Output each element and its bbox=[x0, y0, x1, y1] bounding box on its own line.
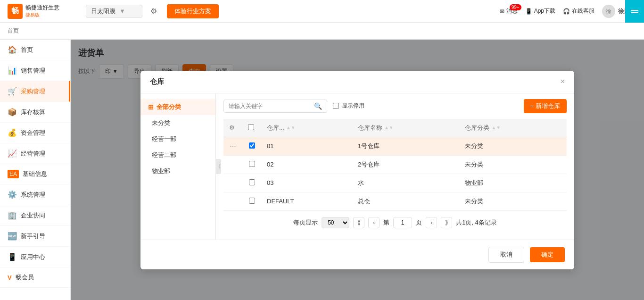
select-all-checkbox[interactable] bbox=[248, 124, 254, 130]
next-page-button[interactable]: › bbox=[426, 217, 437, 228]
sidebar-item-label: 应用中心 bbox=[21, 253, 45, 261]
sidebar-item-enterprise[interactable]: 🏢 企业协同 bbox=[0, 205, 70, 226]
category-all-label: 全部分类 bbox=[157, 103, 181, 111]
per-page-select[interactable]: 50 100 bbox=[322, 217, 349, 228]
sub-header: 首页 bbox=[0, 23, 644, 40]
sidebar-item-label: 新手引导 bbox=[21, 232, 45, 241]
purchase-icon: 🛒 bbox=[8, 87, 17, 96]
sidebar-item-inventory[interactable]: 📦 库存核算 bbox=[0, 102, 70, 123]
show-disabled-label[interactable]: 显示停用 bbox=[333, 102, 364, 110]
store-selector[interactable]: 日太阳膜 ▼ bbox=[86, 5, 142, 18]
app-download-item[interactable]: 📱 App下载 bbox=[525, 7, 555, 15]
row-checkbox[interactable] bbox=[249, 198, 255, 204]
member-icon: V bbox=[8, 274, 12, 281]
system-icon: ⚙️ bbox=[8, 190, 17, 199]
sidebar-item-purchase[interactable]: 🛒 采购管理 bbox=[0, 81, 70, 102]
row-category: 未分类 bbox=[459, 155, 567, 174]
category-item-ops2[interactable]: 经营二部 bbox=[140, 147, 215, 163]
operations-icon: 📈 bbox=[8, 149, 17, 158]
sidebar-item-apps[interactable]: 📱 应用中心 bbox=[0, 247, 70, 267]
settings-button[interactable]: ⚙ bbox=[146, 4, 161, 19]
modal-close-button[interactable]: × bbox=[561, 77, 565, 86]
row-checkbox[interactable] bbox=[249, 179, 255, 185]
show-disabled-checkbox[interactable] bbox=[333, 103, 339, 109]
th-gear: ⚙ bbox=[223, 119, 242, 137]
row-checkbox-cell[interactable] bbox=[242, 137, 261, 155]
logo-area: 畅 畅捷通好生意 捷易版 bbox=[8, 4, 78, 19]
finance-icon: 💰 bbox=[8, 128, 17, 137]
row-checkbox-cell[interactable] bbox=[242, 192, 261, 210]
breadcrumb-home[interactable]: 首页 bbox=[8, 27, 19, 35]
sidebar-item-finance[interactable]: 💰 资金管理 bbox=[0, 123, 70, 143]
online-service-label: 在线客服 bbox=[572, 7, 594, 15]
row-gear-cell bbox=[223, 174, 242, 192]
row-name: 总仓 bbox=[352, 192, 460, 210]
row-checkbox[interactable] bbox=[249, 161, 255, 167]
row-code: 01 bbox=[261, 137, 352, 155]
row-code: 02 bbox=[261, 155, 352, 174]
inventory-icon: 📦 bbox=[8, 108, 17, 117]
row-checkbox-cell[interactable] bbox=[242, 155, 261, 174]
message-icon: ✉ bbox=[500, 8, 504, 15]
pagination-bar: 每页显示 50 100 ⟪ ‹ 第 页 › ⟫ 共 bbox=[223, 211, 567, 234]
prev-page-button[interactable]: ‹ bbox=[368, 217, 380, 228]
row-name: 1号仓库 bbox=[352, 137, 460, 155]
trial-button[interactable]: 体验行业方案 bbox=[167, 4, 219, 18]
sidebar-item-sales[interactable]: 📊 销售管理 bbox=[0, 60, 70, 81]
sidebar-item-member[interactable]: V 畅会员 bbox=[0, 267, 70, 288]
sidebar-item-label: 经营管理 bbox=[21, 150, 45, 158]
per-page-label: 每页显示 bbox=[293, 218, 318, 227]
sidebar-item-label: 库存核算 bbox=[21, 108, 45, 117]
row-category: 未分类 bbox=[459, 137, 567, 155]
notification-item[interactable]: ✉ 消息 99+ bbox=[500, 7, 518, 15]
row-checkbox[interactable] bbox=[249, 142, 255, 149]
sidebar-item-system[interactable]: ⚙️ 系统管理 bbox=[0, 184, 70, 205]
sidebar-item-label: 畅会员 bbox=[16, 273, 34, 282]
th-check bbox=[242, 119, 261, 137]
base-icon: EA bbox=[8, 170, 19, 178]
sidebar-item-label: 销售管理 bbox=[21, 67, 45, 75]
main-layout: 🏠 首页 📊 销售管理 🛒 采购管理 📦 库存核算 💰 资金管理 📈 经营管理 … bbox=[0, 40, 644, 300]
last-page-button[interactable]: ⟫ bbox=[441, 217, 452, 228]
home-icon: 🏠 bbox=[8, 45, 17, 54]
sidebar-item-guide[interactable]: 🆕 新手引导 bbox=[0, 226, 70, 247]
cancel-button[interactable]: 取消 bbox=[488, 247, 524, 263]
row-actions-icon[interactable]: ··· bbox=[230, 142, 236, 150]
sidebar-item-operations[interactable]: 📈 经营管理 bbox=[0, 143, 70, 164]
guide-icon: 🆕 bbox=[8, 232, 17, 241]
page-label-prefix: 第 bbox=[383, 218, 389, 227]
teal-bar bbox=[625, 0, 644, 23]
headset-icon: 🎧 bbox=[563, 8, 570, 15]
sort-icon-name: ▲▼ bbox=[384, 125, 394, 130]
first-page-button[interactable]: ⟪ bbox=[353, 217, 364, 228]
modal-footer: 取消 确定 bbox=[140, 240, 574, 269]
store-dropdown-arrow: ▼ bbox=[119, 8, 125, 15]
online-service-item[interactable]: 🎧 在线客服 bbox=[563, 7, 594, 15]
table-row[interactable]: 02 2号仓库 未分类 bbox=[223, 155, 567, 174]
sidebar-item-home[interactable]: 🏠 首页 bbox=[0, 40, 70, 60]
sidebar-item-label: 企业协同 bbox=[21, 211, 45, 220]
app-download-label: App下载 bbox=[534, 7, 555, 15]
table-row[interactable]: 03 水 物业部 bbox=[223, 174, 567, 192]
category-toggle-button[interactable]: 《 bbox=[215, 159, 221, 174]
store-name: 日太阳膜 bbox=[91, 7, 116, 16]
sales-icon: 📊 bbox=[8, 66, 17, 75]
table-row[interactable]: DEFAULT 总仓 未分类 bbox=[223, 192, 567, 210]
row-gear-cell: ··· bbox=[223, 137, 242, 155]
row-gear-cell bbox=[223, 155, 242, 174]
sidebar-item-base[interactable]: EA 基础信息 bbox=[0, 164, 70, 184]
category-item-ops1[interactable]: 经营一部 bbox=[140, 131, 215, 147]
page-number-input[interactable] bbox=[393, 217, 412, 228]
warehouse-modal: 仓库 × ⊞ 全部分类 未分类 经营一部 经营二部 物业部 bbox=[140, 71, 574, 269]
category-item-none[interactable]: 未分类 bbox=[140, 115, 215, 131]
add-warehouse-button[interactable]: + 新增仓库 bbox=[524, 99, 567, 113]
row-checkbox-cell[interactable] bbox=[242, 174, 261, 192]
sidebar-item-label: 基础信息 bbox=[23, 170, 47, 178]
category-item-property[interactable]: 物业部 bbox=[140, 163, 215, 179]
table-row[interactable]: ··· 01 1号仓库 未分类 bbox=[223, 137, 567, 155]
category-all-item[interactable]: ⊞ 全部分类 bbox=[140, 99, 215, 115]
gear-header-icon: ⚙ bbox=[229, 124, 235, 131]
search-icon: 🔍 bbox=[314, 102, 322, 110]
search-input[interactable] bbox=[229, 103, 312, 109]
confirm-button[interactable]: 确定 bbox=[530, 247, 565, 262]
